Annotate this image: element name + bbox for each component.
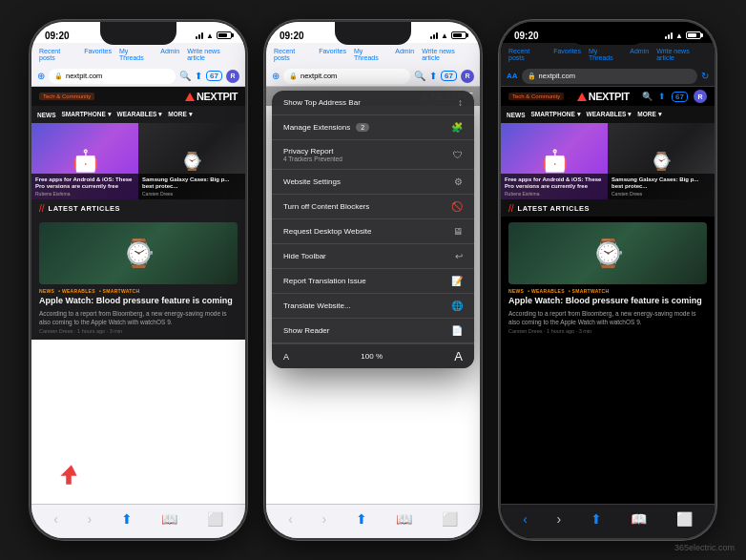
fwd-mid[interactable]: › — [321, 511, 326, 527]
avatar-mid[interactable]: R — [461, 70, 474, 83]
bookmarks-button[interactable]: 📖 — [161, 511, 177, 527]
url-bar[interactable]: 🔒 nextpit.com — [49, 69, 176, 84]
forward-button[interactable]: › — [87, 511, 92, 527]
bookmarks-mid[interactable]: 📖 — [396, 511, 412, 527]
tabs-right[interactable]: Recent posts Favorites My Threads Admin … — [508, 48, 707, 61]
share-button[interactable]: ⬆ — [121, 511, 133, 527]
article-thumb-1[interactable]: 🤖 Free apps for Android & iOS: These Pro… — [31, 123, 138, 199]
time-mid: 09:20 — [280, 31, 304, 41]
search-button[interactable]: ⊕ — [37, 71, 45, 81]
menu-content-blockers[interactable]: Turn off Content Blockers 🚫 — [272, 195, 474, 219]
featured-title: Apple Watch: Blood pressure feature is c… — [39, 296, 238, 307]
avatar[interactable]: R — [226, 70, 239, 83]
url-bar-mid[interactable]: 🔒 nextpit.com — [283, 69, 410, 84]
search-icon[interactable]: 🔍 — [179, 71, 191, 81]
tabs-button[interactable]: ⬜ — [207, 511, 223, 527]
menu-website-settings[interactable]: Website Settings ⚙ — [272, 170, 474, 195]
menu-privacy[interactable]: Privacy Report 4 Trackers Prevented 🛡 — [272, 140, 474, 170]
menu-sublabel-3: 4 Trackers Prevented — [283, 156, 342, 162]
article-thumb-2[interactable]: ⌚ Samsung Galaxy Cases: Big p... best pr… — [138, 123, 245, 199]
lock-mid: 🔒 — [289, 73, 298, 80]
menu-show-reader[interactable]: Show Reader 📄 — [272, 319, 474, 343]
tab-adm-mid[interactable]: Admin — [395, 48, 414, 61]
tab-adm-r[interactable]: Admin — [630, 48, 649, 61]
tab-fav-r[interactable]: Favorites — [553, 48, 581, 61]
tab-mythreads[interactable]: My Threads — [119, 48, 153, 61]
latest-r: LATEST ARTICLES — [518, 204, 590, 213]
menu-item-left-3: Privacy Report 4 Trackers Prevented — [283, 147, 342, 162]
tabs-mid[interactable]: Recent posts Favorites My Threads Admin … — [274, 48, 472, 61]
time-right: 09:20 — [514, 31, 539, 41]
refresh-icon[interactable]: ↻ — [701, 71, 709, 81]
article-thumb-r2[interactable]: ⌚ Samsung Galaxy Cases: Big p... best pr… — [608, 123, 715, 199]
share-icon[interactable]: ⬆ — [195, 71, 202, 81]
phone-middle-frame: 09:20 ▲ Recent posts Favorites My Thread… — [264, 20, 482, 540]
back-mid[interactable]: ‹ — [288, 511, 293, 527]
tabs-r[interactable]: 67 — [672, 92, 688, 102]
menu-desktop[interactable]: Request Desktop Website 🖥 — [272, 219, 474, 244]
tab-write[interactable]: Write news article — [187, 48, 238, 61]
share-r[interactable]: ⬆ — [591, 511, 602, 527]
safari-tabs-bar[interactable]: Recent posts Favorites My Threads Admin … — [31, 43, 245, 66]
menu-show-address[interactable]: Show Top Address Bar ↕ — [272, 91, 474, 115]
avatar-r[interactable]: R — [694, 90, 707, 103]
tabs-mid-btn[interactable]: ⬜ — [442, 511, 458, 527]
safari-tabs-right[interactable]: Recent posts Favorites My Threads Admin … — [501, 43, 715, 66]
tab-my-r[interactable]: My Threads — [589, 48, 622, 61]
menu-extensions[interactable]: Manage Extensions 2 🧩 — [272, 115, 474, 140]
fwd-r[interactable]: › — [556, 511, 561, 527]
tabs-count[interactable]: 67 — [206, 71, 222, 81]
tabs-list[interactable]: Recent posts Favorites My Threads Admin … — [39, 48, 238, 61]
font-small[interactable]: A — [283, 352, 289, 362]
tab-admin[interactable]: Admin — [160, 48, 179, 61]
nav-news[interactable]: NEWS — [37, 112, 56, 118]
safari-bottom-mid: ‹ › ⬆ 📖 ⬜ — [266, 504, 480, 538]
tabs-r-btn[interactable]: ⬜ — [676, 511, 693, 527]
article-thumb-r1[interactable]: 🤖 Free apps for Android & iOS: These Pro… — [501, 123, 608, 199]
share-mid[interactable]: ⬆ — [356, 511, 367, 527]
back-button[interactable]: ‹ — [53, 511, 58, 527]
tab-recent[interactable]: Recent posts — [39, 48, 76, 61]
featured-article[interactable]: ⌚ NEWS • WEARABLES • SMARTWATCH Apple Wa… — [31, 217, 245, 340]
aa-button[interactable]: AA — [507, 72, 518, 80]
featured-right[interactable]: ⌚ NEWS • WEARABLES • SMARTWATCH Apple Wa… — [501, 217, 715, 340]
url-bar-right[interactable]: 🔒 nextpit.com — [522, 69, 697, 84]
nav-smartphone[interactable]: SMARTPHONE ▾ — [62, 111, 112, 118]
font-large[interactable]: A — [454, 349, 463, 363]
tab-wr-r[interactable]: Write news article — [656, 48, 707, 61]
screen-middle: 09:20 ▲ Recent posts Favorites My Thread… — [266, 22, 480, 538]
tabs-count-mid[interactable]: 67 — [441, 71, 457, 81]
nav-wearables-r[interactable]: WEARABLES ▾ — [587, 111, 632, 118]
menu-icon-3: 🛡 — [453, 150, 463, 160]
menu-item-left-1: Show Top Address Bar — [283, 98, 361, 107]
featured-desc: According to a report from Bloomberg, a … — [39, 309, 238, 326]
nav-wearables[interactable]: WEARABLES ▾ — [117, 111, 163, 118]
nav-news-r[interactable]: NEWS — [507, 112, 526, 118]
signal-right — [665, 32, 673, 39]
menu-badge-2: 2 — [356, 123, 369, 132]
tab-recent-r[interactable]: Recent posts — [508, 48, 546, 61]
nav-smartphone-r[interactable]: SMARTPHONE ▾ — [531, 111, 581, 118]
tab-favorites[interactable]: Favorites — [84, 48, 112, 61]
tag-smartwatch-r: • SMARTWATCH — [569, 288, 609, 294]
menu-hide-toolbar[interactable]: Hide Toolbar ↩ — [272, 244, 474, 269]
safari-tabs-mid[interactable]: Recent posts Favorites My Threads Admin … — [266, 43, 480, 66]
tab-my-mid[interactable]: My Threads — [354, 48, 387, 61]
safari-bottom: ‹ › ⬆ 📖 ⬜ — [31, 504, 245, 538]
search-icon-mid[interactable]: 🔍 — [414, 71, 425, 81]
nav-more[interactable]: MORE ▾ — [168, 111, 192, 118]
nav-more-r[interactable]: MORE ▾ — [637, 111, 661, 118]
tab-fav-mid[interactable]: Favorites — [319, 48, 346, 61]
search-btn-mid[interactable]: ⊕ — [272, 71, 280, 81]
menu-translate[interactable]: Translate Website... 🌐 — [272, 294, 474, 319]
article-title-2: Samsung Galaxy Cases: Big p... best prot… — [142, 176, 241, 190]
site-tag: Tech & Community — [39, 93, 94, 100]
back-r[interactable]: ‹ — [523, 511, 528, 527]
tab-wr-mid[interactable]: Write news article — [422, 48, 472, 61]
menu-report-translation[interactable]: Report Translation Issue 📝 — [272, 269, 474, 294]
watch-band-r: ⌚ — [591, 238, 625, 269]
bookmarks-r[interactable]: 📖 — [631, 511, 647, 527]
tab-recent-mid[interactable]: Recent posts — [274, 48, 311, 61]
menu-item-left-2: Manage Extensions 2 — [283, 123, 369, 132]
share-icon-mid[interactable]: ⬆ — [429, 71, 437, 81]
